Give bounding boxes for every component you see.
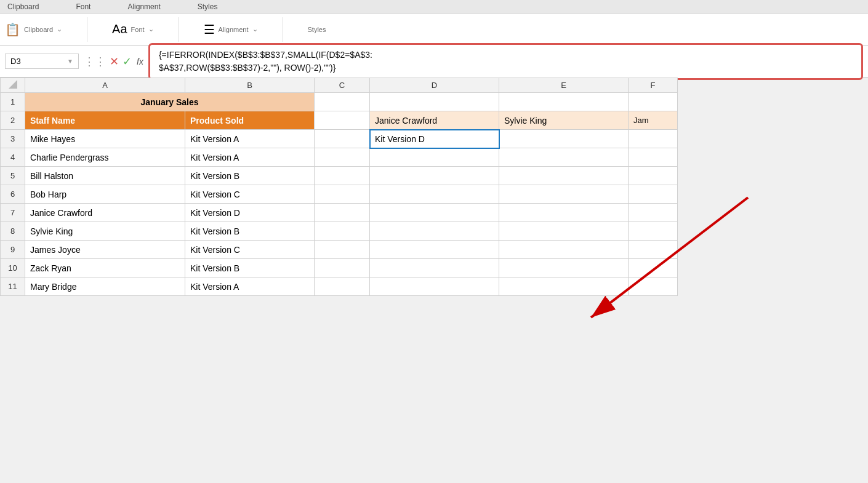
cell-D4[interactable] [370, 148, 499, 167]
col-header-E[interactable]: E [499, 78, 629, 93]
cell-E8[interactable] [499, 222, 629, 241]
cell-C2[interactable] [315, 111, 370, 130]
reject-icon[interactable]: ✕ [110, 55, 119, 68]
cell-E4[interactable] [499, 148, 629, 167]
clipboard-expand-icon[interactable]: ⌄ [57, 25, 62, 33]
cell-F3[interactable] [629, 130, 678, 148]
row-header-7[interactable]: 7 [1, 204, 25, 222]
cell-C3[interactable] [315, 130, 370, 148]
cell-B11[interactable]: Kit Version A [185, 277, 315, 296]
row-11: 11 Mary Bridge Kit Version A [1, 277, 678, 296]
row-header-1[interactable]: 1 [1, 93, 25, 111]
cell-B6[interactable]: Kit Version C [185, 185, 315, 204]
font-tab[interactable]: Font [76, 2, 90, 11]
cell-D5[interactable] [370, 167, 499, 185]
cell-F7[interactable] [629, 204, 678, 222]
cell-C4[interactable] [315, 148, 370, 167]
cell-A10[interactable]: Zack Ryan [25, 259, 185, 277]
cell-C5[interactable] [315, 167, 370, 185]
cell-B5[interactable]: Kit Version B [185, 167, 315, 185]
cell-D11[interactable] [370, 277, 499, 296]
cell-F1[interactable] [629, 93, 678, 111]
styles-tab[interactable]: Styles [198, 2, 218, 11]
cell-E2[interactable]: Sylvie King [499, 111, 629, 130]
cell-F11[interactable] [629, 277, 678, 296]
cell-E1[interactable] [499, 93, 629, 111]
cell-E3[interactable] [499, 130, 629, 148]
cell-F2[interactable]: Jam [629, 111, 678, 130]
cell-A7[interactable]: Janice Crawford [25, 204, 185, 222]
cell-E10[interactable] [499, 259, 629, 277]
cell-C10[interactable] [315, 259, 370, 277]
formula-input[interactable]: {=IFERROR(INDEX($B$3:$B$37,SMALL(IF(D$2=… [148, 43, 863, 80]
font-expand-icon[interactable]: ⌄ [148, 25, 154, 33]
cell-C1[interactable] [315, 93, 370, 111]
cell-C11[interactable] [315, 277, 370, 296]
alignment-tab[interactable]: Alignment [127, 2, 160, 11]
cell-B2[interactable]: Product Sold [185, 111, 315, 130]
cell-E5[interactable] [499, 167, 629, 185]
cell-A6[interactable]: Bob Harp [25, 185, 185, 204]
cell-E9[interactable] [499, 241, 629, 259]
cell-ref-dropdown-icon[interactable]: ▼ [67, 58, 73, 65]
ribbon-group-tabs: Clipboard Font Alignment Styles [0, 0, 868, 14]
cell-A9[interactable]: James Joyce [25, 241, 185, 259]
row-header-11[interactable]: 11 [1, 277, 25, 296]
col-header-C[interactable]: C [315, 78, 370, 93]
cell-A3[interactable]: Mike Hayes [25, 130, 185, 148]
accept-icon[interactable]: ✓ [123, 55, 132, 68]
alignment-expand-icon[interactable]: ⌄ [252, 25, 258, 33]
row-header-8[interactable]: 8 [1, 222, 25, 241]
cell-A5[interactable]: Bill Halston [25, 167, 185, 185]
cell-B3[interactable]: Kit Version A [185, 130, 315, 148]
spreadsheet: A B C D E F 1 January Sales 2 Staff Name [0, 78, 678, 296]
cell-E7[interactable] [499, 204, 629, 222]
cell-C8[interactable] [315, 222, 370, 241]
row-header-2[interactable]: 2 [1, 111, 25, 130]
cell-D3[interactable]: Kit Version D [370, 130, 499, 148]
cell-C7[interactable] [315, 204, 370, 222]
row-header-5[interactable]: 5 [1, 167, 25, 185]
cell-D1[interactable] [370, 93, 499, 111]
row-header-10[interactable]: 10 [1, 259, 25, 277]
cell-B8[interactable]: Kit Version B [185, 222, 315, 241]
cell-C9[interactable] [315, 241, 370, 259]
row-header-3[interactable]: 3 [1, 130, 25, 148]
cell-D8[interactable] [370, 222, 499, 241]
cell-E6[interactable] [499, 185, 629, 204]
cell-E11[interactable] [499, 277, 629, 296]
cell-A8[interactable]: Sylvie King [25, 222, 185, 241]
cell-C6[interactable] [315, 185, 370, 204]
cancel-icon[interactable]: ⋮⋮ [84, 55, 106, 68]
cell-A4[interactable]: Charlie Pendergrass [25, 148, 185, 167]
cell-D10[interactable] [370, 259, 499, 277]
row-10: 10 Zack Ryan Kit Version B [1, 259, 678, 277]
row-header-9[interactable]: 9 [1, 241, 25, 259]
cell-D7[interactable] [370, 204, 499, 222]
cell-A11[interactable]: Mary Bridge [25, 277, 185, 296]
cell-F9[interactable] [629, 241, 678, 259]
cell-reference: D3 [10, 57, 21, 66]
cell-F10[interactable] [629, 259, 678, 277]
cell-F4[interactable] [629, 148, 678, 167]
clipboard-tab[interactable]: Clipboard [7, 2, 39, 11]
cell-F5[interactable] [629, 167, 678, 185]
cell-A2[interactable]: Staff Name [25, 111, 185, 130]
cell-F8[interactable] [629, 222, 678, 241]
col-header-D[interactable]: D [370, 78, 499, 93]
row-header-4[interactable]: 4 [1, 148, 25, 167]
col-header-A[interactable]: A [25, 78, 185, 93]
cell-D9[interactable] [370, 241, 499, 259]
cell-D6[interactable] [370, 185, 499, 204]
col-header-F[interactable]: F [629, 78, 678, 93]
cell-F6[interactable] [629, 185, 678, 204]
row-header-6[interactable]: 6 [1, 185, 25, 204]
cell-A1[interactable]: January Sales [25, 93, 315, 111]
cell-B7[interactable]: Kit Version D [185, 204, 315, 222]
cell-ref-box[interactable]: D3 ▼ [5, 54, 79, 69]
cell-D2[interactable]: Janice Crawford [370, 111, 499, 130]
cell-B9[interactable]: Kit Version C [185, 241, 315, 259]
cell-B4[interactable]: Kit Version A [185, 148, 315, 167]
cell-B10[interactable]: Kit Version B [185, 259, 315, 277]
col-header-B[interactable]: B [185, 78, 315, 93]
